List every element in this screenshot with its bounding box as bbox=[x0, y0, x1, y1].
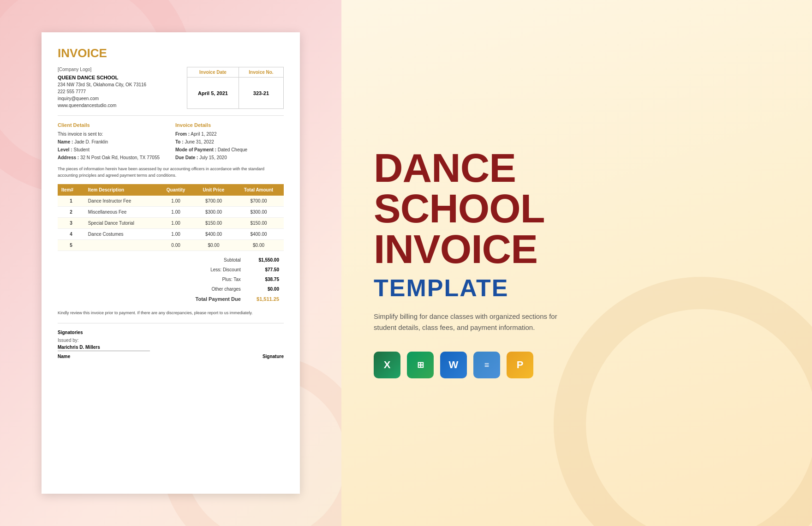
col-total-amount: Total Amount bbox=[233, 184, 284, 196]
subtotal-label: Subtotal bbox=[179, 256, 245, 264]
invoice-title: INVOICE bbox=[58, 46, 284, 60]
col-item-num: Item# bbox=[58, 184, 84, 196]
signatories-section: Signatories Issued by: Marichris D. Mill… bbox=[58, 330, 284, 359]
invoice-header-row: [Company Logo] QUEEN DANCE SCHOOL 234 NW… bbox=[58, 67, 284, 109]
review-note: Kindly review this invoice prior to paym… bbox=[58, 310, 284, 317]
cell-qty: 0.00 bbox=[158, 240, 194, 251]
client-level: Level : Student bbox=[58, 146, 166, 154]
cell-unit: $400.00 bbox=[194, 229, 233, 240]
invoice-date-header: Invoice Date bbox=[187, 67, 239, 78]
discount-value: $77.50 bbox=[245, 265, 283, 274]
table-row: 4 Dance Costumes 1.00 $400.00 $400.00 bbox=[58, 229, 284, 240]
invoice-to: To : June 31, 2022 bbox=[175, 138, 284, 146]
excel-icon[interactable]: X bbox=[374, 352, 400, 378]
sig-issued-by: Issued by: bbox=[58, 338, 284, 343]
client-name: Name : Jade D. Franklin bbox=[58, 138, 166, 146]
sig-bottom-row: Name Signature bbox=[58, 354, 284, 359]
other-label: Other charges bbox=[179, 285, 245, 293]
cell-total: $400.00 bbox=[233, 229, 284, 240]
items-table: Item# Item Description Quantity Unit Pri… bbox=[58, 184, 284, 251]
divider-2 bbox=[58, 323, 284, 323]
pages-icon[interactable]: P bbox=[507, 352, 533, 378]
cell-unit: $700.00 bbox=[194, 196, 233, 207]
big-title-line3: INVOICE bbox=[374, 229, 780, 269]
client-heading: Client Details bbox=[58, 122, 166, 128]
client-intro: This invoice is sent to: bbox=[58, 130, 166, 138]
company-address: 234 NW 73rd St, Oklahoma City, OK 73116 … bbox=[58, 81, 187, 109]
invoice-no-value: 323-21 bbox=[239, 78, 283, 109]
bottom-section: Kindly review this invoice prior to paym… bbox=[58, 310, 284, 317]
sub-title: TEMPLATE bbox=[374, 274, 780, 302]
cell-total: $700.00 bbox=[233, 196, 284, 207]
cell-total: $150.00 bbox=[233, 218, 284, 229]
word-icon[interactable]: W bbox=[440, 352, 467, 378]
invoice-document: INVOICE [Company Logo] QUEEN DANCE SCHOO… bbox=[42, 32, 300, 494]
cell-desc: Dance Costumes bbox=[84, 229, 158, 240]
subtotal-value: $1,550.00 bbox=[245, 256, 283, 264]
client-address: Address : 32 N Post Oak Rd, Houston, TX … bbox=[58, 154, 166, 161]
details-row: Client Details This invoice is sent to: … bbox=[58, 122, 284, 161]
cell-num: 1 bbox=[58, 196, 84, 207]
cell-num: 4 bbox=[58, 229, 84, 240]
company-logo: [Company Logo] bbox=[58, 67, 187, 72]
right-panel: DANCE SCHOOL INVOICE TEMPLATE Simplify b… bbox=[341, 0, 812, 526]
invoice-details-heading: Invoice Details bbox=[175, 122, 284, 128]
tax-value: $38.75 bbox=[245, 275, 283, 284]
cell-unit: $0.00 bbox=[194, 240, 233, 251]
company-name: QUEEN DANCE SCHOOL bbox=[58, 75, 187, 80]
sheets-icon[interactable]: ⊞ bbox=[407, 352, 434, 378]
big-title-line2: SCHOOL bbox=[374, 188, 780, 229]
big-title-line1: DANCE bbox=[374, 148, 780, 188]
cell-desc bbox=[84, 240, 158, 251]
cell-desc: Special Dance Tutorial bbox=[84, 218, 158, 229]
table-row: 3 Special Dance Tutorial 1.00 $150.00 $1… bbox=[58, 218, 284, 229]
sig-name-label: Name bbox=[58, 354, 70, 359]
col-unit-price: Unit Price bbox=[194, 184, 233, 196]
other-value: $0.00 bbox=[245, 285, 283, 293]
cell-qty: 1.00 bbox=[158, 229, 194, 240]
total-value: $1,511.25 bbox=[245, 294, 283, 304]
invoice-details: Invoice Details From : April 1, 2022 To … bbox=[175, 122, 284, 161]
sig-signature-label: Signature bbox=[263, 354, 284, 359]
cell-unit: $150.00 bbox=[194, 218, 233, 229]
totals-section: Subtotal $1,550.00 Less: Discount $77.50… bbox=[58, 255, 284, 305]
cell-unit: $300.00 bbox=[194, 207, 233, 218]
docs-icon[interactable]: ≡ bbox=[473, 352, 500, 378]
cell-qty: 1.00 bbox=[158, 207, 194, 218]
cell-desc: Miscellaneous Fee bbox=[84, 207, 158, 218]
totals-table: Subtotal $1,550.00 Less: Discount $77.50… bbox=[178, 255, 284, 305]
invoice-from: From : April 1, 2022 bbox=[175, 130, 284, 138]
cell-total: $300.00 bbox=[233, 207, 284, 218]
cell-num: 3 bbox=[58, 218, 84, 229]
sig-name-value: Marichris D. Millers bbox=[58, 345, 150, 351]
company-block: [Company Logo] QUEEN DANCE SCHOOL 234 NW… bbox=[58, 67, 187, 109]
table-row: 1 Dance Instructor Fee 1.00 $700.00 $700… bbox=[58, 196, 284, 207]
cell-desc: Dance Instructor Fee bbox=[84, 196, 158, 207]
app-icons: X ⊞ W ≡ P bbox=[374, 352, 780, 378]
invoice-meta-table: Invoice Date Invoice No. April 5, 2021 3… bbox=[187, 67, 284, 109]
invoice-date-value: April 5, 2021 bbox=[187, 78, 239, 109]
discount-label: Less: Discount bbox=[179, 265, 245, 274]
invoice-no-header: Invoice No. bbox=[239, 67, 283, 78]
invoice-mode: Mode of Payment : Dated Cheque bbox=[175, 146, 284, 154]
table-row: 2 Miscellaneous Fee 1.00 $300.00 $300.00 bbox=[58, 207, 284, 218]
cell-num: 5 bbox=[58, 240, 84, 251]
legal-text: The pieces of information herein have be… bbox=[58, 166, 284, 179]
left-panel: INVOICE [Company Logo] QUEEN DANCE SCHOO… bbox=[0, 0, 341, 526]
cell-num: 2 bbox=[58, 207, 84, 218]
description-text: Simplify billing for dance classes with … bbox=[374, 311, 577, 333]
client-details: Client Details This invoice is sent to: … bbox=[58, 122, 166, 161]
sig-heading: Signatories bbox=[58, 330, 284, 335]
cell-qty: 1.00 bbox=[158, 218, 194, 229]
cell-qty: 1.00 bbox=[158, 196, 194, 207]
total-label: Total Payment Due bbox=[179, 294, 245, 304]
col-item-desc: Item Description bbox=[84, 184, 158, 196]
invoice-due: Due Date : July 15, 2020 bbox=[175, 154, 284, 161]
cell-total: $0.00 bbox=[233, 240, 284, 251]
table-row: 5 0.00 $0.00 $0.00 bbox=[58, 240, 284, 251]
tax-label: Plus: Tax bbox=[179, 275, 245, 284]
divider-1 bbox=[58, 115, 284, 116]
col-quantity: Quantity bbox=[158, 184, 194, 196]
